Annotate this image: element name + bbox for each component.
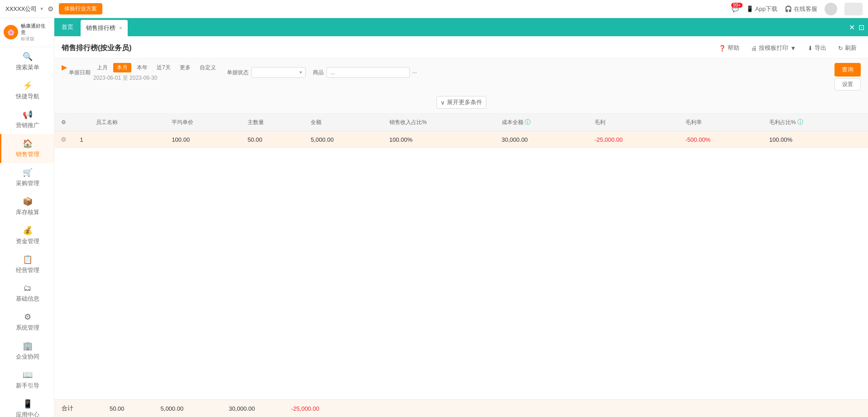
marketing-icon: 📢: [23, 110, 33, 120]
col-settings[interactable]: ⚙: [54, 114, 72, 131]
goods-label: 商品: [313, 69, 324, 77]
sidebar-item-sales[interactable]: 🏠 销售管理: [0, 134, 54, 163]
tab-bar-right: ✕ ⊡: [845, 18, 868, 36]
logo-icon: 🌸: [4, 25, 18, 39]
trial-button[interactable]: 体验行业方案: [59, 3, 102, 14]
goods-filter: 商品 ···: [313, 67, 417, 78]
col-avg-price: 平均单价: [166, 114, 242, 131]
enterprise-icon: 🏢: [23, 341, 33, 351]
window-maximize-icon[interactable]: ⊡: [858, 23, 864, 32]
tab-sales-rank[interactable]: 销售排行榜 ×: [81, 20, 128, 36]
sales-icon: 🏠: [23, 139, 33, 149]
sidebar-label-system: 系统管理: [16, 324, 39, 332]
date-tab-prev-month[interactable]: 上月: [93, 63, 111, 72]
status-select[interactable]: [251, 67, 306, 78]
sidebar-item-shortcut[interactable]: ⚡ 快捷导航: [0, 76, 54, 105]
col-amount: 全额: [305, 114, 384, 131]
filter-area: ▶ 单据日期 上月 本月 本年: [54, 58, 868, 114]
filter-collapse-icon[interactable]: ▶: [62, 63, 67, 72]
refresh-icon: ↻: [838, 45, 843, 52]
date-tab-7days[interactable]: 近7天: [153, 63, 174, 72]
settings-icon[interactable]: ⚙: [48, 5, 53, 13]
window-close-icon[interactable]: ✕: [849, 23, 855, 32]
sidebar-item-purchase[interactable]: 🛒 采购管理: [0, 163, 54, 192]
system-icon: ⚙: [24, 312, 31, 322]
footer-label: 合计: [62, 404, 73, 412]
tab-close-icon[interactable]: ×: [119, 25, 122, 31]
sidebar-item-apps[interactable]: 📱 应用中心: [0, 394, 54, 417]
status-label: 单据状态: [227, 69, 249, 77]
row-rank: 1: [72, 131, 91, 148]
sidebar-label-shortcut: 快捷导航: [16, 92, 39, 101]
query-button[interactable]: 查询: [834, 63, 861, 77]
expand-button[interactable]: ∨ 展开更多条件: [436, 96, 486, 109]
sidebar-label-search: 搜索菜单: [16, 63, 39, 72]
avatar[interactable]: [825, 3, 837, 15]
print-button[interactable]: 🖨 按模板打印 ▼: [747, 42, 800, 54]
top-header: XXXXX公司 ▼ ⚙ 体验行业方案 💬 99+ 📱 App下载 🎧 在线客服: [0, 0, 868, 18]
row-profit: -25,000.00: [589, 131, 680, 148]
page-actions: ❓ 帮助 🖨 按模板打印 ▼ ⬇ 导出 ↻ 刷新: [715, 42, 861, 54]
export-button[interactable]: ⬇ 导出: [804, 42, 830, 54]
sidebar-label-sales: 销售管理: [16, 150, 39, 158]
filter-top: 单据日期 上月 本月 本年 近7天 更多 自定义: [69, 63, 834, 82]
col-profit-pct: 毛利占比% ⓘ: [764, 114, 868, 131]
footer-profit: -25,000.00: [291, 405, 319, 412]
sidebar-label-marketing: 营销推广: [16, 121, 39, 129]
refresh-button[interactable]: ↻ 刷新: [834, 42, 861, 54]
row-settings-icon[interactable]: ⚙: [54, 131, 72, 148]
row-name: [91, 131, 166, 148]
sidebar-item-inventory[interactable]: 📦 库存核算: [0, 192, 54, 221]
avatar-extra[interactable]: [844, 3, 863, 15]
status-select-wrapper: [251, 67, 306, 78]
col-qty: 主数量: [242, 114, 306, 131]
settings-button[interactable]: 设置: [834, 78, 861, 91]
app-download-link[interactable]: 📱 App下载: [746, 5, 777, 13]
inventory-icon: 📦: [23, 197, 33, 206]
sidebar-label-guide: 新手引导: [16, 382, 39, 390]
goods-input[interactable]: [326, 67, 410, 78]
tab-bar: 首页 销售排行榜 × ✕ ⊡: [54, 18, 868, 36]
sidebar-item-basic[interactable]: 🗂 基础信息: [0, 279, 54, 307]
date-tab-more[interactable]: 更多: [176, 63, 194, 72]
date-tab-year[interactable]: 本年: [133, 63, 151, 72]
sidebar-label-purchase: 采购管理: [16, 179, 39, 187]
online-service-link[interactable]: 🎧 在线客服: [785, 5, 817, 13]
sidebar-label-operation: 经营管理: [16, 266, 39, 274]
row-cost: 30,000.00: [496, 131, 589, 148]
main-layout: 🌸 畅康通好生意 标准版 🔍 搜索菜单 ⚡ 快捷导航 📢 营销推广 🏠 销售管理…: [0, 18, 868, 417]
sidebar-item-system[interactable]: ⚙ 系统管理: [0, 307, 54, 336]
footer-cost: 30,000.00: [229, 405, 255, 412]
footer-amount: 5,000.00: [161, 405, 184, 412]
sidebar-item-enterprise[interactable]: 🏢 企业协同: [0, 336, 54, 365]
date-tabs: 上月 本月 本年 近7天 更多 自定义: [93, 63, 220, 72]
col-profit: 毛利: [589, 114, 680, 131]
message-button[interactable]: 💬 99+: [732, 5, 739, 12]
shortcut-icon: ⚡: [23, 81, 33, 91]
help-icon: ❓: [719, 45, 726, 52]
filter-expand-row: ∨ 展开更多条件: [62, 92, 861, 109]
goods-more-icon[interactable]: ···: [412, 69, 417, 76]
chevron-down-icon: ▼: [39, 6, 44, 11]
basic-icon: 🗂: [24, 283, 32, 293]
help-button[interactable]: ❓ 帮助: [715, 42, 743, 54]
page-header: 销售排行榜(按业务员) ❓ 帮助 🖨 按模板打印 ▼ ⬇ 导出: [54, 36, 868, 58]
app-icon: 📱: [746, 5, 753, 12]
sidebar-item-marketing[interactable]: 📢 营销推广: [0, 105, 54, 134]
sidebar-item-guide[interactable]: 📖 新手引导: [0, 365, 54, 394]
filter-main-row: ▶ 单据日期 上月 本月 本年: [62, 63, 861, 91]
sidebar-item-search[interactable]: 🔍 搜索菜单: [0, 47, 54, 76]
row-profit-rate: -500.00%: [680, 131, 764, 148]
operation-icon: 📋: [23, 254, 33, 264]
print-icon: 🖨: [751, 45, 757, 52]
company-selector[interactable]: XXXXX公司 ▼: [5, 5, 44, 13]
tab-home[interactable]: 首页: [54, 18, 81, 36]
sidebar-item-operation[interactable]: 📋 经营管理: [0, 250, 54, 279]
date-tab-custom[interactable]: 自定义: [196, 63, 220, 72]
date-tab-current-month[interactable]: 本月: [113, 63, 131, 72]
company-name: XXXXX公司: [5, 5, 37, 13]
profit-info-icon: ⓘ: [797, 119, 803, 125]
data-table: ⚙ 员工名称 平均单价 主数量 全额 销售收入占比% 成本全额 ⓘ 毛利 毛利率…: [54, 114, 868, 148]
header-right: 💬 99+ 📱 App下载 🎧 在线客服: [732, 3, 863, 15]
sidebar-item-finance[interactable]: 💰 资金管理: [0, 221, 54, 250]
